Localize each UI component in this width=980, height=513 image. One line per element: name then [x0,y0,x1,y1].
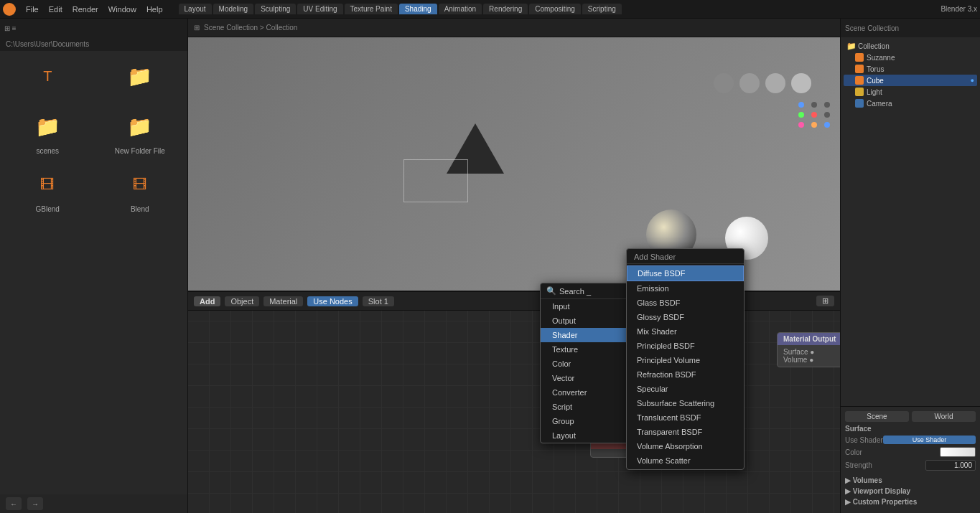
dot-orange [811,122,817,128]
color-label: Color [845,448,862,456]
cube-icon [855,76,864,85]
file-item-gblend[interactable]: 🎞 GBlend [7,166,88,213]
file-label-scenes: scenes [36,147,59,155]
tree-item-camera[interactable]: Camera [844,98,977,109]
viewport-top-bar: ⊞ Scene Collection > Collection [188,19,840,37]
nav-back-button[interactable]: ← [6,497,22,510]
use-shader-button[interactable]: Use Shader [883,436,976,444]
object-button[interactable]: Object [225,296,259,306]
tree-item-light[interactable]: Light [844,86,977,98]
use-nodes-button[interactable]: Use Nodes [307,296,358,306]
file-label-newfolder: New Folder File [115,147,165,155]
menu-help[interactable]: Help [142,4,167,15]
selected-indicator: ● [971,77,974,84]
extra-sections: ▶ Volumes ▶ Viewport Display ▶ Custom Pr… [845,476,976,506]
nav-forward-button[interactable]: → [27,497,43,510]
scene-tree: 📁 Collection Suzanne Torus Cube ● Light [841,37,980,406]
dot-grid [798,102,833,128]
rsidebar-title: Scene Collection [845,24,899,32]
strength-label: Strength [845,461,872,469]
shader-item-refraction[interactable]: Refraction BSDF [627,367,744,382]
tab-animation[interactable]: Animation [439,4,482,14]
dot-blue2 [824,122,830,128]
shader-item-principled-volume[interactable]: Principled Volume [627,353,744,367]
world-button[interactable]: World [912,411,976,422]
tree-item-torus-label: Torus [867,65,884,73]
tree-item-light-label: Light [867,88,882,96]
shader-item-glossy[interactable]: Glossy BSDF [627,310,744,324]
tree-item-suzanne[interactable]: Suzanne [844,52,977,63]
file-item-scenes[interactable]: 📁 scenes [7,108,88,155]
custom-properties-section: ▶ Custom Properties [845,498,976,506]
shader-item-translucent[interactable]: Translucent BSDF [627,410,744,425]
material-button[interactable]: Material [263,296,303,306]
menu-render[interactable]: Render [68,4,103,15]
color-sphere-gray [714,73,734,93]
tree-item-collection[interactable]: 📁 Collection [844,40,977,52]
viewport-nav-text: ⊞ [194,24,200,32]
menu-item-vector-label: Vector [552,374,574,382]
rsidebar-toolbar: Scene Collection [841,19,980,37]
sidebar-files: T 📁 📁 scenes 📁 New Folder File 🎞 GBlen [0,51,187,494]
tab-compositing[interactable]: Compositing [529,4,581,14]
file-item-blend-t[interactable]: T [7,58,88,97]
node-output-surface: Surface ● [783,348,840,356]
tab-modeling[interactable]: Modeling [213,4,254,14]
tree-item-cube-label: Cube [867,77,884,85]
tab-scripting[interactable]: Scripting [582,4,622,14]
torus-icon [855,65,864,73]
shader-item-volume-scatter[interactable]: Volume Scatter [627,453,744,468]
shader-item-glass[interactable]: Glass BSDF [627,296,744,310]
blend-icon-b: 🎞 [122,166,158,202]
node-material-output[interactable]: Material Output Surface ● Volume ● [777,332,840,367]
color-sphere-gray4 [791,73,811,93]
shader-item-mix[interactable]: Mix Shader [627,324,744,339]
folder-icon: 📁 [846,42,855,50]
shader-item-emission[interactable]: Emission [627,281,744,296]
tab-layout[interactable]: Layout [179,4,212,14]
tree-item-torus[interactable]: Torus [844,63,977,75]
menu-edit[interactable]: Edit [45,4,67,15]
nodes-view-button[interactable]: ⊞ [816,296,834,306]
dot-gray [811,102,817,108]
viewport-display-section: ▶ Viewport Display [845,487,976,495]
viewport-breadcrumb: Scene Collection > Collection [204,24,297,32]
sidebar-nav: ← → [0,494,187,513]
file-item-folder-1[interactable]: 📁 [100,58,181,97]
node-output-header: Material Output [778,333,840,345]
menu-window[interactable]: Window [104,4,141,15]
slot1-button[interactable]: Slot 1 [363,296,394,306]
shader-item-specular[interactable]: Specular [627,382,744,396]
scene-button[interactable]: Scene [845,411,909,422]
tree-item-cube[interactable]: Cube ● [844,75,977,86]
tab-texture-paint[interactable]: Texture Paint [345,4,398,14]
tab-shading[interactable]: Shading [399,4,437,14]
file-label-gblend: GBlend [36,205,60,213]
shader-item-volume-absorption[interactable]: Volume Absorption [627,439,744,453]
tab-uv[interactable]: UV Editing [297,4,342,14]
shader-item-principled[interactable]: Principled BSDF [627,339,744,353]
search-icon: 🔍 [546,286,556,296]
dot-gray2 [824,102,830,108]
tab-sculpting[interactable]: Sculpting [255,4,296,14]
shader-submenu-popup[interactable]: Add Shader Diffuse BSDF Emission Glass B… [626,248,745,470]
file-item-blend[interactable]: 🎞 Blend [100,166,181,213]
color-swatch[interactable] [940,447,976,457]
menu-file[interactable]: File [22,4,43,15]
shader-submenu-header: Add Shader [627,250,744,264]
shader-item-transparent[interactable]: Transparent BSDF [627,425,744,439]
tree-item-collection-label: Collection [858,42,890,50]
shader-item-diffuse[interactable]: Diffuse BSDF [627,265,744,281]
tab-rendering[interactable]: Rendering [483,4,528,14]
main-layout: ⊞ ≡ C:\Users\User\Documents T 📁 📁 scenes… [0,19,980,513]
add-button[interactable]: Add [194,296,220,306]
menu-item-input-label: Input [552,302,569,311]
file-item-newfolder[interactable]: 📁 New Folder File [100,108,181,155]
menu-item-layout-label: Layout [552,431,576,440]
dot-pink [798,122,804,128]
right-sidebar: Scene Collection 📁 Collection Suzanne To… [840,19,980,513]
strength-value[interactable]: 1.000 [925,460,976,471]
sidebar-toolbar: ⊞ ≡ [0,19,187,37]
shader-item-subsurface[interactable]: Subsurface Scattering [627,396,744,410]
menu-item-converter-label: Converter [552,388,587,397]
